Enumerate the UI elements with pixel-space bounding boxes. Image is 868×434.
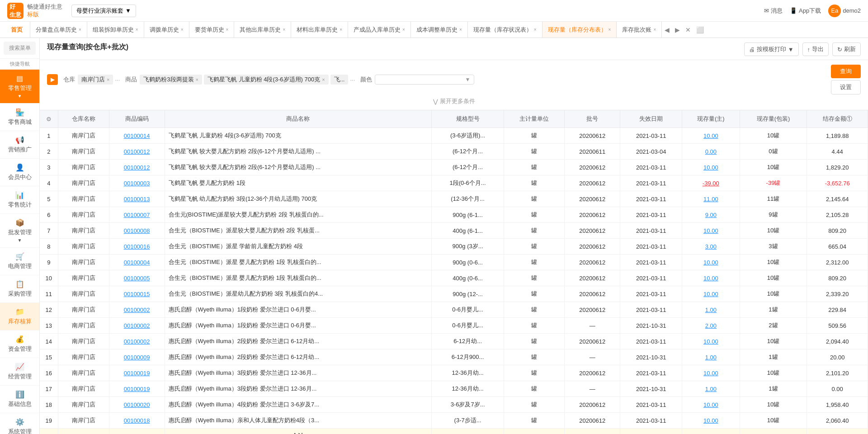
qty-main-value[interactable]: 1.00 (705, 307, 717, 313)
qty-main-value[interactable]: 10.00 (703, 401, 718, 408)
product-tag-close-0[interactable]: × (196, 77, 198, 82)
tab-item-7[interactable]: 成本调整单历史 × (411, 22, 468, 38)
tab-close-6[interactable]: × (402, 27, 405, 32)
qty-main-value[interactable]: 10.00 (703, 132, 718, 139)
industry-selector[interactable]: 母婴行业演示账套 ▼ (71, 5, 136, 17)
app-download-button[interactable]: 📱 App下载 (790, 7, 821, 15)
qty-main-value[interactable]: 3.00 (705, 243, 717, 250)
sidebar-item-retail-mgmt[interactable]: ▤ 零售管理 ▼ (0, 70, 39, 104)
product-code-link[interactable]: 00100003 (124, 180, 150, 187)
tab-close-5[interactable]: × (340, 27, 342, 32)
product-code-link[interactable]: 00100007 (124, 212, 150, 218)
refresh-button[interactable]: ↻ 刷新 (832, 42, 861, 56)
qty-main-value[interactable]: 10.00 (703, 259, 718, 266)
tab-home[interactable]: 首页 (4, 22, 30, 38)
sidebar-item-purchase[interactable]: 📋 采购管理 (0, 275, 39, 303)
expand-more-button[interactable]: ⋁ 展开更多条件 (433, 97, 475, 105)
qty-main-value[interactable]: 10.00 (703, 164, 718, 171)
sidebar-item-operations[interactable]: 📈 经营管理 (0, 358, 39, 386)
tab-maximize[interactable]: ⬜ (693, 26, 707, 33)
warehouse-tag-close[interactable]: × (107, 77, 109, 82)
sidebar-item-finance[interactable]: 💰 资金管理 (0, 330, 39, 358)
qty-main-value[interactable]: 10.00 (703, 417, 718, 424)
tab-close-0[interactable]: × (79, 27, 81, 32)
warehouse-more-dots[interactable]: ··· (115, 76, 120, 83)
product-code-link[interactable]: 00100019 (124, 370, 150, 377)
col-expire: 失效日期 (620, 110, 682, 128)
product-code-link[interactable]: 00100012 (124, 164, 150, 171)
product-code-link[interactable]: 00100002 (124, 307, 150, 313)
col-settings[interactable]: ⚙ (40, 110, 58, 128)
tab-close-1[interactable]: × (136, 27, 138, 32)
tab-close-9[interactable]: × (609, 27, 611, 32)
print-button[interactable]: 🖨 按模板打印 ▼ (744, 42, 799, 56)
sidebar-item-wholesale[interactable]: 📦 批发管理 ▼ (0, 214, 39, 248)
col-settings-icon[interactable]: ⚙ (46, 116, 52, 123)
product-code-link[interactable]: 00100020 (124, 401, 150, 408)
settings-button[interactable]: 设置 (831, 80, 861, 94)
sidebar-item-retail-stats[interactable]: 📊 零售统计 (0, 186, 39, 214)
qty-main-value[interactable]: 2.00 (705, 322, 717, 329)
tab-close-all[interactable]: ✕ (683, 26, 693, 33)
tab-item-1[interactable]: 组装拆卸单历史 × (87, 22, 144, 38)
filter-expand-button[interactable]: ▶ (47, 74, 58, 85)
product-code-link[interactable]: 00100004 (124, 259, 150, 266)
qty-main-value[interactable]: 9.00 (705, 212, 717, 218)
tab-item-3[interactable]: 要货单历史 × (189, 22, 235, 38)
sidebar-item-inventory[interactable]: 📁 库存核算 (0, 303, 39, 330)
tab-close-4[interactable]: × (283, 27, 285, 32)
product-code-link[interactable]: 00100002 (124, 338, 150, 345)
sidebar-search-button[interactable]: 搜索菜单 (4, 42, 36, 55)
qty-main-value[interactable]: -39.00 (703, 180, 719, 187)
export-button[interactable]: ↑ 导出 (802, 42, 829, 56)
tab-item-2[interactable]: 调拨单历史 × (144, 22, 189, 38)
qty-main-value[interactable]: 10.00 (703, 338, 718, 345)
tab-prev-arrow[interactable]: ◀ (662, 26, 672, 33)
product-tag-close-1[interactable]: × (322, 77, 325, 82)
qty-main-value[interactable]: 10.00 (703, 370, 718, 377)
user-avatar-area[interactable]: Ea demo2 (828, 5, 861, 17)
product-code-link[interactable]: 00100009 (124, 354, 150, 361)
tab-item-6[interactable]: 产成品入库单历史 × (348, 22, 411, 38)
qty-main-value[interactable]: 10.00 (703, 227, 718, 234)
sidebar-item-marketing[interactable]: 📢 营销推广 (0, 131, 39, 159)
sidebar-item-ecommerce[interactable]: 🛒 电商管理 (0, 248, 39, 275)
messages-button[interactable]: ✉ 消息 (764, 7, 783, 15)
product-code-link[interactable]: 00100008 (124, 227, 150, 234)
product-code-link[interactable]: 00100012 (124, 148, 150, 155)
product-code-link[interactable]: 00100015 (124, 291, 150, 297)
product-code-link[interactable]: 00100018 (124, 417, 150, 424)
qty-main-value[interactable]: 11.00 (703, 196, 718, 203)
tab-item-8[interactable]: 现存量（库存状况表） × (468, 22, 542, 38)
tab-close-2[interactable]: × (181, 27, 184, 32)
tab-item-0[interactable]: 分量盘点单历史 × (30, 22, 87, 38)
product-code-link[interactable]: 00100002 (124, 322, 150, 329)
qty-main-value[interactable]: 0.00 (705, 148, 717, 155)
tab-item-10[interactable]: 库存批次账 × (617, 22, 662, 38)
tab-next-arrow[interactable]: ▶ (672, 26, 683, 33)
product-code-link[interactable]: 00100014 (124, 132, 150, 139)
cell-name: 飞鹤星飞帆 婴儿配方奶粉 1段 (165, 175, 432, 191)
qty-main-value[interactable]: 10.00 (703, 275, 718, 282)
sidebar-item-basic-info[interactable]: ℹ️ 基础信息 (0, 386, 39, 413)
tab-item-4[interactable]: 其他出库单历史 × (234, 22, 291, 38)
sidebar-item-members[interactable]: 👤 会员中心 (0, 159, 39, 186)
sidebar-item-system[interactable]: ⚙️ 系统管理 (0, 413, 39, 434)
qty-main-value[interactable]: 1.00 (705, 354, 717, 361)
tab-close-10[interactable]: × (653, 27, 656, 32)
product-code-link[interactable]: 00100016 (124, 243, 150, 250)
query-button[interactable]: 查询 (831, 65, 861, 78)
product-code-link[interactable]: 00100019 (124, 386, 150, 392)
product-more-dots[interactable]: ··· (350, 76, 355, 83)
product-code-link[interactable]: 00100005 (124, 275, 150, 282)
tab-close-8[interactable]: × (534, 27, 537, 32)
qty-main-value[interactable]: 1.00 (705, 386, 717, 392)
qty-main-value[interactable]: 10.00 (703, 291, 718, 297)
tab-close-3[interactable]: × (226, 27, 229, 32)
product-code-link[interactable]: 00100013 (124, 196, 150, 203)
tab-item-9[interactable]: 现存量（库存分布表） × (542, 22, 617, 38)
sidebar-item-retail-mall[interactable]: 🏪 零售商城 (0, 104, 39, 131)
color-filter-select[interactable]: ▼ (375, 75, 474, 85)
tab-close-7[interactable]: × (459, 27, 462, 32)
tab-item-5[interactable]: 材料出库单历史 × (291, 22, 348, 38)
